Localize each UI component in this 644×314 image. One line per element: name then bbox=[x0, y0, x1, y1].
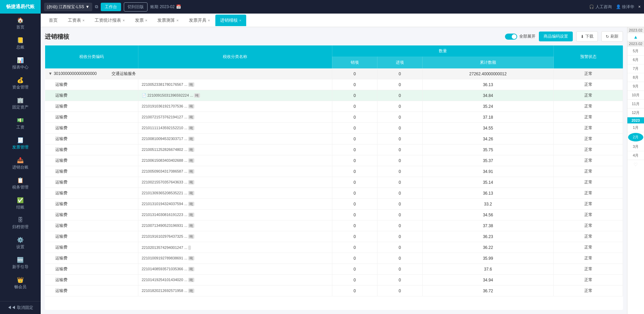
table-wrapper: 税收分类编码 税收分类名称 数量 预警状态 销项 进项 累计数额 ▼301000 bbox=[45, 45, 623, 310]
month-1[interactable]: 1月 bbox=[627, 123, 644, 132]
sidebar-item-tax[interactable]: 📋 税务管理 bbox=[0, 174, 41, 194]
table-cell-status: 正常 bbox=[554, 231, 623, 242]
table-cell-name: 运输费 bbox=[45, 210, 138, 220]
tab-invoice-calc[interactable]: 发票测算 × bbox=[153, 15, 183, 26]
table-cell-invoice-code: 22101916102976437325 ... 吨 bbox=[138, 231, 332, 242]
table-cell-purchase: 0 bbox=[377, 199, 422, 210]
month-3[interactable]: 3月 bbox=[627, 142, 644, 151]
table-cell-status: 正常 bbox=[554, 68, 623, 79]
sidebar-item-label: 畅会员 bbox=[14, 284, 26, 290]
sidebar-item-invoice[interactable]: 🧾 发票管理 bbox=[0, 134, 41, 154]
sidebar-item-home[interactable]: 🏠 首页 bbox=[0, 14, 41, 34]
heart-icon: ♡ bbox=[627, 160, 644, 169]
table-cell-status: 正常 bbox=[554, 188, 623, 199]
page-content: 进销稽核 全部展开 商品编码设置 ⬇ 下载 ↻ 刷新 bbox=[41, 27, 644, 314]
col-tax-code: 税收分类编码 bbox=[45, 45, 138, 68]
month-12[interactable]: 12月 bbox=[627, 109, 644, 117]
month-2-active[interactable]: 2月 bbox=[628, 133, 643, 142]
month-8[interactable]: 8月 bbox=[627, 73, 644, 82]
sidebar-item-reports[interactable]: 📊 报表中心 bbox=[0, 54, 41, 74]
close-button[interactable]: × bbox=[638, 4, 641, 9]
table-cell-sales: 0 bbox=[332, 134, 377, 144]
sidebar-item-ledger[interactable]: 📒 总账 bbox=[0, 34, 41, 54]
sidebar-item-capital[interactable]: 💰 资金管理 bbox=[0, 74, 41, 94]
month-7[interactable]: 7月 bbox=[627, 64, 644, 73]
tab-bar: 首页 工资表 × 工资统计报表 × 发票 × 发票测算 × 发票开具 × 进销稽… bbox=[41, 14, 644, 27]
table-cell-cumulative: 34.84 bbox=[422, 90, 553, 101]
tab-invoice[interactable]: 发票 × bbox=[130, 15, 152, 26]
tab-salary-stats[interactable]: 工资统计报表 × bbox=[90, 15, 129, 26]
tab-sales-check[interactable]: 进销稽核 × bbox=[215, 15, 246, 26]
content-main: 进销稽核 全部展开 商品编码设置 ⬇ 下载 ↻ 刷新 bbox=[41, 27, 627, 314]
table-cell-name: 运输费 bbox=[45, 112, 138, 123]
user-label[interactable]: 👤 徐泽华 bbox=[616, 4, 634, 10]
table-cell-purchase: 0 bbox=[377, 134, 422, 144]
scroll-up-button[interactable]: ▲ bbox=[627, 33, 644, 41]
sidebar-item-label: 总账 bbox=[16, 44, 24, 50]
table-cell-invoice-code: 22101820212692571958 ... 吨 bbox=[138, 286, 332, 296]
sidebar-item-label: 固定资产 bbox=[12, 104, 28, 110]
unpin-button[interactable]: ◀◀ 取消固定 bbox=[0, 301, 41, 314]
company-selector[interactable]: (勿动) 江西报宝-LSS ▼ bbox=[44, 3, 92, 11]
sidebar-item-incoming[interactable]: 📥 进销台账 bbox=[0, 154, 41, 174]
sidebar-item-label: 税务管理 bbox=[12, 184, 28, 190]
month-6[interactable]: 6月 bbox=[627, 56, 644, 64]
tab-close-icon[interactable]: × bbox=[176, 18, 178, 22]
table-cell-status: 正常 bbox=[554, 199, 623, 210]
ledger-icon: 📒 bbox=[17, 37, 24, 43]
table-cell-cumulative: 34.26 bbox=[422, 134, 553, 144]
table-cell-sales: 0 bbox=[332, 166, 377, 177]
table-cell-sales: 0 bbox=[332, 210, 377, 220]
sidebar-item-settle[interactable]: ✅ 结账 bbox=[0, 194, 41, 214]
dropdown-arrow-icon: ▼ bbox=[85, 4, 90, 9]
month-5[interactable]: 5月 bbox=[627, 47, 644, 56]
sidebar-item-label: 归档管理 bbox=[12, 224, 28, 230]
workspace-button[interactable]: 工作台 bbox=[101, 3, 121, 11]
home-icon: 🏠 bbox=[17, 17, 24, 23]
tab-close-icon[interactable]: × bbox=[208, 18, 210, 22]
table-cell-name: 运输费 bbox=[45, 144, 138, 155]
table-cell-purchase: 0 bbox=[377, 112, 422, 123]
table-cell-cumulative: 33.2 bbox=[422, 199, 553, 210]
table-cell-cumulative: 27262.40000000012 bbox=[422, 68, 553, 79]
sidebar-item-settings[interactable]: ⚙️ 设置 bbox=[0, 233, 41, 253]
tab-close-icon[interactable]: × bbox=[122, 18, 124, 22]
table-cell-invoice-code: 22100215570357643633 ... 吨 bbox=[138, 177, 332, 188]
tab-invoice-open[interactable]: 发票开具 × bbox=[184, 15, 215, 26]
copy-icon[interactable]: ⧉ bbox=[95, 4, 98, 9]
sidebar-item-assets[interactable]: 🏢 固定资产 bbox=[0, 94, 41, 114]
table-cell-cumulative: 37.38 bbox=[422, 220, 553, 231]
table-cell-invoice-code: 22101111143592152210 ... 吨 bbox=[138, 123, 332, 134]
table-cell-cumulative: 36.22 bbox=[422, 242, 553, 253]
reports-icon: 📊 bbox=[17, 57, 24, 63]
support-label[interactable]: 🎧 人工咨询 bbox=[589, 4, 611, 10]
table-cell-sales: 0 bbox=[332, 112, 377, 123]
sidebar-item-salary[interactable]: 💵 工资 bbox=[0, 114, 41, 134]
month-10[interactable]: 10月 bbox=[627, 91, 644, 100]
table-cell-purchase: 0 bbox=[377, 177, 422, 188]
sidebar-item-member[interactable]: 👑 畅会员 bbox=[0, 273, 41, 293]
refresh-button[interactable]: ↻ 刷新 bbox=[601, 31, 623, 42]
month-9[interactable]: 9月 bbox=[627, 82, 644, 91]
tab-close-icon[interactable]: × bbox=[145, 18, 147, 22]
toggle-switch[interactable] bbox=[505, 34, 517, 40]
sidebar-item-guide[interactable]: 🆕 新手引导 bbox=[0, 253, 41, 273]
download-button[interactable]: ⬇ 下载 bbox=[576, 31, 598, 42]
table-cell-invoice-code: 22100509034317086587 ... 吨 bbox=[138, 166, 332, 177]
incoming-icon: 📥 bbox=[17, 157, 24, 163]
table-cell-cumulative: 37.18 bbox=[422, 112, 553, 123]
month-4[interactable]: 4月 bbox=[627, 151, 644, 160]
tab-close-icon[interactable]: × bbox=[82, 18, 84, 22]
sidebar-item-archive[interactable]: 🗄 归档管理 bbox=[0, 214, 41, 233]
tab-home[interactable]: 首页 bbox=[44, 15, 62, 26]
table-cell-purchase: 0 bbox=[377, 264, 422, 275]
month-11[interactable]: 11月 bbox=[627, 100, 644, 109]
tab-salary-table[interactable]: 工资表 × bbox=[63, 15, 89, 26]
product-code-button[interactable]: 商品编码设置 bbox=[539, 32, 573, 41]
switch-button[interactable]: 切到旧版 bbox=[124, 2, 148, 12]
table-cell-invoice-code: 22101910361921707536 ... 吨 bbox=[138, 101, 332, 112]
app-logo: 畅捷通易代账 bbox=[0, 0, 41, 14]
calendar-icon[interactable]: 📅 bbox=[176, 4, 181, 9]
table-cell-status: 正常 bbox=[554, 210, 623, 220]
tab-close-icon[interactable]: × bbox=[239, 18, 241, 22]
